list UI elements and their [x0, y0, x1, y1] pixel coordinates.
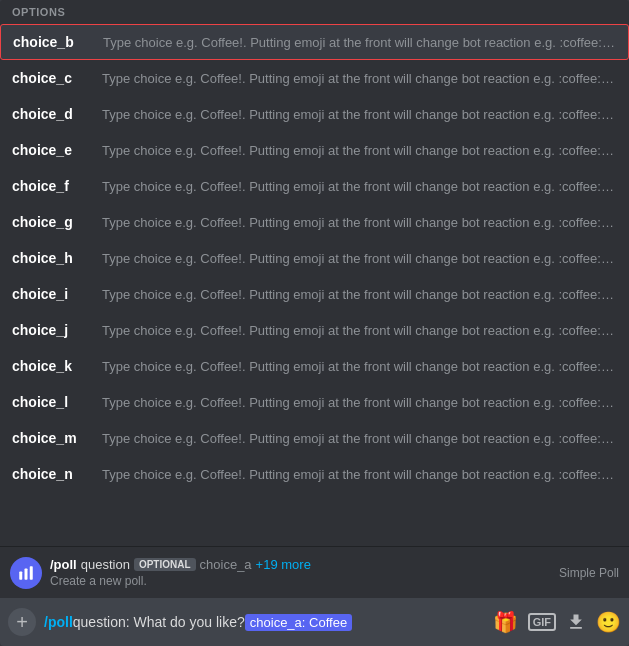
upload-icon[interactable]	[566, 612, 586, 632]
option-hint-choice_g: Type choice e.g. Coffee!. Putting emoji …	[102, 215, 617, 230]
input-question-segment: question: What do you like?	[73, 614, 245, 630]
message-input-area[interactable]: + /poll question: What do you like? choi…	[0, 598, 629, 646]
cmd-optional-badge: OPTIONAL	[134, 558, 196, 571]
option-label-choice_j: choice_j	[12, 322, 102, 338]
option-hint-choice_h: Type choice e.g. Coffee!. Putting emoji …	[102, 251, 617, 266]
option-label-choice_k: choice_k	[12, 358, 102, 374]
option-hint-choice_i: Type choice e.g. Coffee!. Putting emoji …	[102, 287, 617, 302]
option-row-choice_f[interactable]: choice_fType choice e.g. Coffee!. Puttin…	[0, 168, 629, 204]
cmd-description: Create a new poll.	[50, 574, 551, 588]
command-signature: /poll question OPTIONAL choice_a +19 mor…	[50, 557, 551, 572]
gift-icon[interactable]: 🎁	[493, 610, 518, 634]
option-label-choice_n: choice_n	[12, 466, 102, 482]
option-row-choice_c[interactable]: choice_cType choice e.g. Coffee!. Puttin…	[0, 60, 629, 96]
option-row-choice_g[interactable]: choice_gType choice e.g. Coffee!. Puttin…	[0, 204, 629, 240]
option-row-choice_b[interactable]: choice_bType choice e.g. Coffee!. Puttin…	[0, 24, 629, 60]
add-button[interactable]: +	[8, 608, 36, 636]
option-hint-choice_b: Type choice e.g. Coffee!. Putting emoji …	[103, 35, 616, 50]
option-row-choice_m[interactable]: choice_mType choice e.g. Coffee!. Puttin…	[0, 420, 629, 456]
option-hint-choice_k: Type choice e.g. Coffee!. Putting emoji …	[102, 359, 617, 374]
options-list[interactable]: choice_bType choice e.g. Coffee!. Puttin…	[0, 24, 629, 546]
svg-rect-0	[19, 571, 22, 579]
emoji-icon[interactable]: 🙂	[596, 610, 621, 634]
autocomplete-popup: OPTIONS choice_bType choice e.g. Coffee!…	[0, 0, 629, 546]
option-label-choice_c: choice_c	[12, 70, 102, 86]
option-label-choice_l: choice_l	[12, 394, 102, 410]
input-right-icons: 🎁 GIF 🙂	[493, 610, 621, 634]
option-label-choice_e: choice_e	[12, 142, 102, 158]
option-row-choice_j[interactable]: choice_jType choice e.g. Coffee!. Puttin…	[0, 312, 629, 348]
option-hint-choice_c: Type choice e.g. Coffee!. Putting emoji …	[102, 71, 617, 86]
option-hint-choice_f: Type choice e.g. Coffee!. Putting emoji …	[102, 179, 617, 194]
options-header: OPTIONS	[0, 0, 629, 24]
option-label-choice_d: choice_d	[12, 106, 102, 122]
option-label-choice_h: choice_h	[12, 250, 102, 266]
option-hint-choice_m: Type choice e.g. Coffee!. Putting emoji …	[102, 431, 617, 446]
option-row-choice_e[interactable]: choice_eType choice e.g. Coffee!. Puttin…	[0, 132, 629, 168]
input-param-label: choice_a:	[250, 615, 306, 630]
input-param-value: Coffee	[305, 615, 347, 630]
option-row-choice_i[interactable]: choice_iType choice e.g. Coffee!. Puttin…	[0, 276, 629, 312]
option-hint-choice_j: Type choice e.g. Coffee!. Putting emoji …	[102, 323, 617, 338]
cmd-more: +19 more	[256, 557, 311, 572]
gif-icon[interactable]: GIF	[528, 613, 556, 631]
option-label-choice_b: choice_b	[13, 34, 103, 50]
input-text-display: /poll question: What do you like? choice…	[44, 614, 485, 631]
bar-chart-icon	[17, 564, 35, 582]
poll-icon	[10, 557, 42, 589]
option-label-choice_m: choice_m	[12, 430, 102, 446]
option-row-choice_k[interactable]: choice_kType choice e.g. Coffee!. Puttin…	[0, 348, 629, 384]
option-label-choice_f: choice_f	[12, 178, 102, 194]
cmd-param1: question	[81, 557, 130, 572]
option-hint-choice_d: Type choice e.g. Coffee!. Putting emoji …	[102, 107, 617, 122]
cmd-source: Simple Poll	[559, 566, 619, 580]
option-label-choice_g: choice_g	[12, 214, 102, 230]
option-hint-choice_l: Type choice e.g. Coffee!. Putting emoji …	[102, 395, 617, 410]
option-label-choice_i: choice_i	[12, 286, 102, 302]
command-hint-bar: /poll question OPTIONAL choice_a +19 mor…	[0, 546, 629, 598]
input-cmd: /poll	[44, 614, 73, 630]
option-row-choice_h[interactable]: choice_hType choice e.g. Coffee!. Puttin…	[0, 240, 629, 276]
option-row-choice_l[interactable]: choice_lType choice e.g. Coffee!. Puttin…	[0, 384, 629, 420]
input-choice-param: choice_a: Coffee	[245, 614, 352, 631]
option-hint-choice_e: Type choice e.g. Coffee!. Putting emoji …	[102, 143, 617, 158]
option-hint-choice_n: Type choice e.g. Coffee!. Putting emoji …	[102, 467, 617, 482]
cmd-name: /poll	[50, 557, 77, 572]
option-row-choice_n[interactable]: choice_nType choice e.g. Coffee!. Puttin…	[0, 456, 629, 492]
svg-rect-1	[25, 568, 28, 579]
option-row-choice_d[interactable]: choice_dType choice e.g. Coffee!. Puttin…	[0, 96, 629, 132]
cmd-param2: choice_a	[200, 557, 252, 572]
svg-rect-2	[30, 566, 33, 580]
command-info: /poll question OPTIONAL choice_a +19 mor…	[50, 557, 551, 588]
